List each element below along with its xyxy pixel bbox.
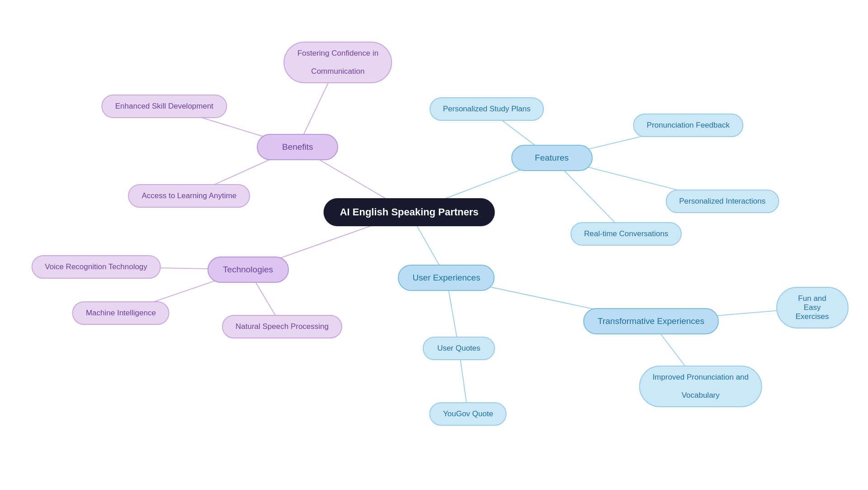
node-fun[interactable]: Fun and Easy Exercises — [776, 287, 849, 328]
node-natural[interactable]: Natural Speech Processing — [222, 315, 342, 338]
node-access[interactable]: Access to Learning Anytime — [128, 184, 250, 208]
node-benefits[interactable]: Benefits — [257, 134, 338, 160]
node-improved[interactable]: Improved Pronunciation andVocabulary — [639, 366, 762, 407]
node-center[interactable]: AI English Speaking Partners — [324, 198, 495, 226]
mind-map-container: AI English Speaking PartnersBenefitsFost… — [0, 0, 868, 490]
node-machine[interactable]: Machine Intelligence — [72, 301, 170, 325]
node-user_exp[interactable]: User Experiences — [398, 265, 495, 291]
node-yougov[interactable]: YouGov Quote — [429, 402, 507, 426]
node-features[interactable]: Features — [511, 145, 593, 171]
node-enhanced[interactable]: Enhanced Skill Development — [102, 95, 227, 118]
node-fostering[interactable]: Fostering Confidence inCommunication — [284, 42, 392, 83]
node-pronunciation_fb[interactable]: Pronunciation Feedback — [633, 114, 743, 137]
node-voice[interactable]: Voice Recognition Technology — [31, 255, 161, 279]
node-transformative[interactable]: Transformative Experiences — [583, 308, 719, 334]
node-personalized[interactable]: Personalized Interactions — [665, 190, 779, 213]
node-user_quotes[interactable]: User Quotes — [423, 337, 495, 360]
node-technologies[interactable]: Technologies — [208, 257, 289, 283]
node-realtime[interactable]: Real-time Conversations — [571, 222, 682, 246]
node-study[interactable]: Personalized Study Plans — [429, 97, 544, 121]
